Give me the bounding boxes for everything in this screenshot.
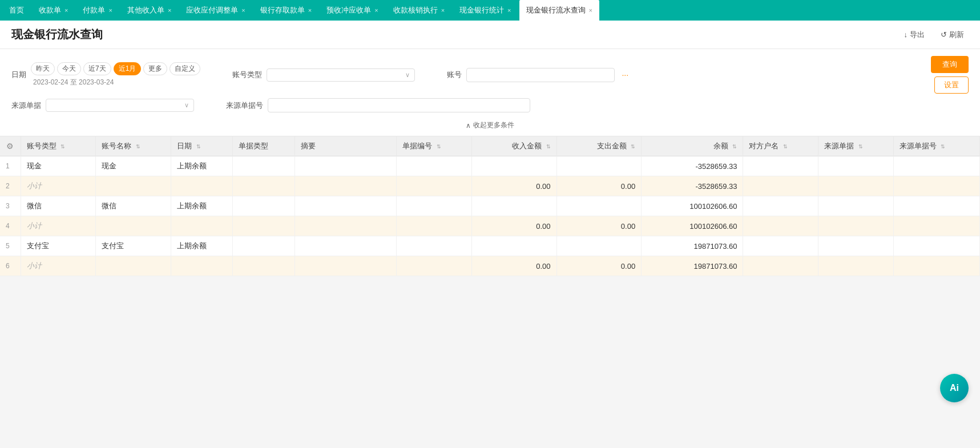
query-button[interactable]: 查询 [931, 56, 969, 73]
source-doc-cell [818, 256, 894, 276]
top-navigation: 首页 收款单 × 付款单 × 其他收入单 × 应收应付调整单 × 银行存取款单 … [0, 0, 980, 21]
income-cell [471, 156, 556, 176]
source-doc-no-filter-group: 来源单据号 [226, 98, 530, 112]
account-ellipsis-button[interactable]: ··· [619, 70, 631, 79]
settings-button[interactable]: 设置 [934, 76, 969, 94]
nav-tab-other-income[interactable]: 其他收入单 × [120, 0, 178, 21]
close-tab-cash-bank-ledger[interactable]: × [589, 7, 592, 14]
account-name-cell: 支付宝 [96, 236, 171, 256]
balance-cell: -3528659.33 [642, 156, 743, 176]
date-btn-custom[interactable]: 自定义 [170, 62, 200, 75]
nav-tab-cash-bank-stats[interactable]: 现金银行统计 × [453, 0, 518, 21]
sort-expense-icon: ⇅ [631, 144, 635, 150]
nav-tab-receipts[interactable]: 收款单 × [32, 0, 75, 21]
date-btn-7days[interactable]: 近7天 [83, 62, 111, 75]
close-tab-payment-verify[interactable]: × [441, 7, 445, 14]
table-row: 2小计0.000.00-3528659.33 [0, 176, 980, 196]
expense-cell [556, 196, 642, 216]
date-btn-1month[interactable]: 近1月 [114, 62, 142, 75]
table-header-row: ⚙ 账号类型 ⇅ 账号名称 ⇅ 日期 ⇅ 单据类型 摘要 单据编号 [0, 136, 980, 156]
account-type-select[interactable]: ∨ [267, 68, 415, 82]
nav-home[interactable]: 首页 [2, 0, 31, 21]
col-expense[interactable]: 支出金额 ⇅ [556, 136, 642, 156]
source-doc-select[interactable]: ∨ [46, 99, 194, 112]
nav-tab-advance-offset[interactable]: 预收冲应收单 × [320, 0, 385, 21]
account-name-cell: 微信 [96, 196, 171, 216]
source-doc-cell [818, 196, 894, 216]
nav-tab-bank-deposit[interactable]: 银行存取款单 × [253, 0, 318, 21]
close-tab-ar-ap-adjust[interactable]: × [241, 7, 245, 14]
sort-source-doc-icon: ⇅ [858, 144, 863, 150]
collapse-icon: ∧ [466, 122, 471, 130]
table-body: 1现金现金上期余额-3528659.332小计0.000.00-3528659.… [0, 156, 980, 276]
nav-tab-cash-bank-ledger[interactable]: 现金银行流水查询 × [519, 0, 599, 21]
column-settings-icon[interactable]: ⚙ [6, 142, 14, 151]
date-btn-today[interactable]: 今天 [57, 62, 81, 75]
collapse-filters-button[interactable]: ∧ 收起更多条件 [11, 117, 969, 131]
col-income[interactable]: 收入金额 ⇅ [471, 136, 556, 156]
col-account-type[interactable]: 账号类型 ⇅ [21, 136, 96, 156]
source-doc-cell [818, 216, 894, 236]
close-tab-bank-deposit[interactable]: × [308, 7, 312, 14]
col-balance[interactable]: 余额 ⇅ [642, 136, 743, 156]
source-doc-no-cell [893, 156, 979, 176]
source-doc-cell [818, 156, 894, 176]
col-account-name[interactable]: 账号名称 ⇅ [96, 136, 171, 156]
expense-cell: 0.00 [556, 216, 642, 236]
sort-balance-icon: ⇅ [732, 144, 737, 150]
source-doc-cell [818, 176, 894, 196]
col-doc-type: 单据类型 [233, 136, 295, 156]
source-doc-no-label: 来源单据号 [226, 100, 263, 111]
nav-tab-ar-ap-adjust[interactable]: 应收应付调整单 × [179, 0, 252, 21]
date-btn-more[interactable]: 更多 [143, 62, 167, 75]
source-doc-filter-group: 来源单据 ∨ [11, 99, 194, 112]
doc-type-cell [233, 216, 295, 236]
close-tab-payments[interactable]: × [108, 7, 112, 14]
filter-area: 日期 昨天 今天 近7天 近1月 更多 自定义 2023-02-24 至 202… [0, 49, 980, 136]
balance-cell: -3528659.33 [642, 176, 743, 196]
close-tab-receipts[interactable]: × [64, 7, 68, 14]
refresh-button[interactable]: ↺ 刷新 [936, 27, 969, 42]
account-name-cell: 现金 [96, 156, 171, 176]
col-counterparty[interactable]: 对方户名 ⇅ [743, 136, 818, 156]
doc-type-cell [233, 236, 295, 256]
data-table-container: ⚙ 账号类型 ⇅ 账号名称 ⇅ 日期 ⇅ 单据类型 摘要 单据编号 [0, 136, 980, 276]
nav-tab-payment-verify[interactable]: 收款核销执行 × [386, 0, 451, 21]
date-filter-group: 日期 昨天 今天 近7天 近1月 更多 自定义 2023-02-24 至 202… [11, 62, 200, 87]
close-tab-cash-bank-stats[interactable]: × [507, 7, 511, 14]
source-doc-no-cell [893, 176, 979, 196]
col-source-doc[interactable]: 来源单据 ⇅ [818, 136, 894, 156]
nav-tab-payments[interactable]: 付款单 × [76, 0, 119, 21]
close-tab-advance-offset[interactable]: × [374, 7, 378, 14]
doc-type-cell [233, 156, 295, 176]
source-doc-cell [818, 236, 894, 256]
row-number: 3 [0, 196, 21, 216]
source-doc-no-input[interactable] [268, 98, 530, 112]
doc-no-cell [397, 156, 472, 176]
date-cell: 上期余额 [171, 236, 232, 256]
account-type-cell: 微信 [21, 196, 96, 216]
account-type-cell: 小计 [21, 176, 96, 196]
summary-cell [295, 156, 396, 176]
account-type-cell: 小计 [21, 256, 96, 276]
source-doc-label: 来源单据 [11, 100, 41, 111]
date-filter-label: 日期 [11, 70, 26, 80]
col-source-doc-no[interactable]: 来源单据号 ⇅ [893, 136, 979, 156]
sort-counterparty-icon: ⇅ [783, 144, 788, 150]
row-number: 2 [0, 176, 21, 196]
doc-type-cell [233, 196, 295, 216]
balance-cell: 19871073.60 [642, 236, 743, 256]
summary-cell [295, 236, 396, 256]
date-btn-yesterday[interactable]: 昨天 [31, 62, 55, 75]
doc-no-cell [397, 256, 472, 276]
col-doc-no[interactable]: 单据编号 ⇅ [397, 136, 472, 156]
account-type-label: 账号类型 [232, 70, 262, 80]
account-name-cell [96, 176, 171, 196]
counterparty-cell [743, 176, 818, 196]
expense-cell [556, 236, 642, 256]
col-date[interactable]: 日期 ⇅ [171, 136, 232, 156]
close-tab-other-income[interactable]: × [168, 7, 171, 14]
col-settings[interactable]: ⚙ [0, 136, 21, 156]
export-button[interactable]: ↓ 导出 [900, 27, 930, 42]
account-input[interactable] [466, 68, 615, 82]
